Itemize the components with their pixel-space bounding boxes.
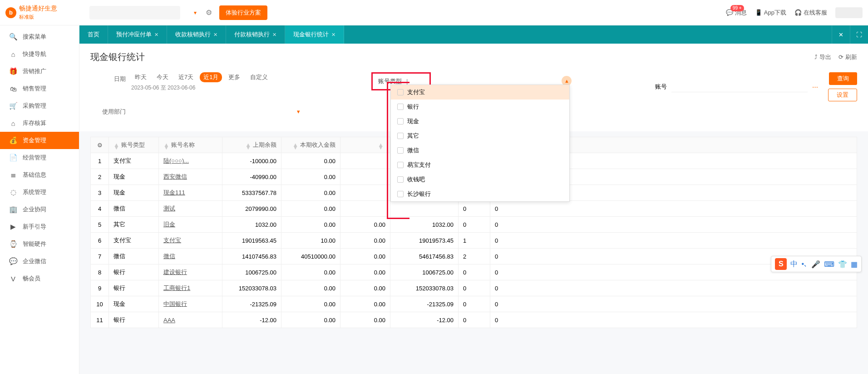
account-no-input[interactable] xyxy=(671,81,808,92)
tab-close-all-icon[interactable]: ✕ xyxy=(832,25,850,44)
sidebar-item[interactable]: 🎁营销推广 xyxy=(0,63,79,80)
sidebar-icon: 💰 xyxy=(9,136,17,145)
checkbox[interactable] xyxy=(397,89,404,95)
sidebar-item[interactable]: ⌚智能硬件 xyxy=(0,235,79,253)
tab[interactable]: 首页 xyxy=(79,25,108,44)
dropdown-option[interactable]: 支付宝 xyxy=(391,85,569,100)
tab[interactable]: 收款核销执行✕ xyxy=(167,25,226,44)
cell-account-name[interactable]: 西安微信 xyxy=(159,169,222,185)
checkbox[interactable] xyxy=(397,104,404,110)
sidebar-item[interactable]: ▶新手引导 xyxy=(0,218,79,235)
table-settings-header[interactable]: ⚙ xyxy=(91,137,109,153)
sidebar-item[interactable]: 📄经营管理 xyxy=(0,149,79,166)
sidebar-item[interactable]: 💰资金管理 xyxy=(0,132,79,149)
tab[interactable]: 付款核销执行✕ xyxy=(226,25,285,44)
ime-punct-icon[interactable]: •､ xyxy=(801,260,808,268)
settings-gear-icon[interactable]: ⚙ xyxy=(206,8,212,17)
ime-toolbox-icon[interactable]: ▦ xyxy=(851,260,858,269)
tab-close-icon[interactable]: ✕ xyxy=(154,32,158,38)
table-header[interactable]: ▲▼账号类型 xyxy=(109,137,159,153)
checkbox[interactable] xyxy=(397,191,404,197)
sort-icon[interactable]: ▲▼ xyxy=(292,144,298,149)
sidebar-icon: ≣ xyxy=(9,171,17,179)
settings-button[interactable]: 设置 xyxy=(828,89,857,101)
account-type-dropdown[interactable]: 支付宝银行现金其它微信易宝支付收钱吧长沙银行 xyxy=(390,85,570,202)
more-filters-icon[interactable]: ⋯ xyxy=(812,84,819,90)
dropdown-option[interactable]: 银行 xyxy=(391,100,569,114)
user-avatar[interactable] xyxy=(835,7,863,18)
date-chip[interactable]: 近1月 xyxy=(200,72,222,82)
dropdown-option[interactable]: 其它 xyxy=(391,129,569,143)
org-selector[interactable] xyxy=(89,6,180,20)
sidebar-item[interactable]: 🏢企业协同 xyxy=(0,201,79,218)
ime-lang-label[interactable]: 中 xyxy=(790,259,798,269)
sidebar-item[interactable]: ⌂库存核算 xyxy=(0,115,79,132)
sidebar-item[interactable]: V畅会员 xyxy=(0,270,79,287)
date-chip[interactable]: 近7天 xyxy=(175,72,197,82)
experience-button[interactable]: 体验行业方案 xyxy=(219,5,267,20)
sidebar-item[interactable]: ◌系统管理 xyxy=(0,184,79,201)
support-link[interactable]: 🎧 在线客服 xyxy=(794,9,827,17)
tab[interactable]: 预付冲应付单✕ xyxy=(108,25,167,44)
date-chip[interactable]: 更多 xyxy=(225,72,244,82)
query-button[interactable]: 查询 xyxy=(829,72,857,85)
cell-count: 2 xyxy=(459,249,490,264)
checkbox[interactable] xyxy=(397,176,404,183)
ime-logo-icon[interactable]: S xyxy=(775,258,787,270)
cell-account-name[interactable]: 现金111 xyxy=(159,185,222,201)
cell-account-name[interactable]: 微信 xyxy=(159,249,222,264)
cell-account-name[interactable]: 建设银行 xyxy=(159,264,222,280)
tab-close-icon[interactable]: ✕ xyxy=(272,32,276,38)
table-header[interactable]: ▲▼本期收入金额 xyxy=(281,137,340,153)
dropdown-option[interactable]: 易宝支付 xyxy=(391,158,569,172)
cell-col4: 152033078.03 xyxy=(390,280,459,296)
sort-icon[interactable]: ▲▼ xyxy=(245,144,251,149)
table-header[interactable]: ▲▼上期余额 xyxy=(222,137,281,153)
date-chip[interactable]: 今天 xyxy=(153,72,172,82)
ime-mic-icon[interactable]: 🎤 xyxy=(811,260,820,269)
sidebar-item[interactable]: 💬企业微信 xyxy=(0,253,79,270)
tab-close-icon[interactable]: ✕ xyxy=(331,32,335,38)
cell-account-name[interactable]: 陆(○○○)... xyxy=(159,153,222,169)
org-chevron-icon[interactable]: ▾ xyxy=(194,10,197,16)
tab-close-icon[interactable]: ✕ xyxy=(213,32,217,38)
cell-income: 0.00 xyxy=(281,264,340,280)
sidebar-icon: ⌂ xyxy=(9,120,17,127)
app-download-link[interactable]: 📱 App下载 xyxy=(755,9,786,17)
messages-link[interactable]: 💬 消息 99 + xyxy=(726,9,747,17)
checkbox[interactable] xyxy=(397,118,404,125)
dropdown-option[interactable]: 微信 xyxy=(391,143,569,158)
checkbox[interactable] xyxy=(397,162,404,168)
sidebar-label: 营销推广 xyxy=(23,67,46,75)
checkbox[interactable] xyxy=(397,147,404,154)
checkbox[interactable] xyxy=(397,133,404,139)
table-header[interactable]: ▲▼账号名称 xyxy=(159,137,222,153)
sidebar-item[interactable]: 🔍搜索菜单 xyxy=(0,28,79,45)
sidebar-item[interactable]: ≣基础信息 xyxy=(0,166,79,184)
tab[interactable]: 现金银行统计✕ xyxy=(285,25,344,44)
dropdown-option[interactable]: 收钱吧 xyxy=(391,172,569,187)
ime-skin-icon[interactable]: 👕 xyxy=(838,260,847,269)
dropdown-option[interactable]: 现金 xyxy=(391,114,569,129)
sort-icon[interactable]: ▲▼ xyxy=(113,144,119,149)
sort-icon[interactable]: ▲▼ xyxy=(163,144,169,149)
dept-select[interactable]: ▾ xyxy=(131,105,304,119)
cell-account-name[interactable]: 测试 xyxy=(159,201,222,217)
cell-account-name[interactable]: 中国银行 xyxy=(159,296,222,312)
cell-account-name[interactable]: 工商银行1 xyxy=(159,280,222,296)
export-button[interactable]: ⤴导出 xyxy=(814,53,831,61)
table-header[interactable]: ▲▼ xyxy=(340,137,390,153)
cell-account-name[interactable]: 支付宝 xyxy=(159,233,222,249)
sidebar-item[interactable]: 🛒采购管理 xyxy=(0,97,79,115)
date-chip[interactable]: 自定义 xyxy=(247,72,271,82)
date-chip[interactable]: 昨天 xyxy=(131,72,150,82)
sidebar-item[interactable]: ⌂快捷导航 xyxy=(0,45,79,63)
refresh-button[interactable]: ⟳刷新 xyxy=(838,53,857,61)
sidebar-item[interactable]: 🛍销售管理 xyxy=(0,80,79,97)
sort-icon[interactable]: ▲▼ xyxy=(378,144,384,149)
ime-keyboard-icon[interactable]: ⌨ xyxy=(824,260,834,269)
dropdown-option[interactable]: 长沙银行 xyxy=(391,187,569,201)
cell-account-name[interactable]: 旧金 xyxy=(159,217,222,233)
tab-expand-icon[interactable]: ⛶ xyxy=(850,25,868,44)
cell-account-name[interactable]: AAA xyxy=(159,312,222,328)
